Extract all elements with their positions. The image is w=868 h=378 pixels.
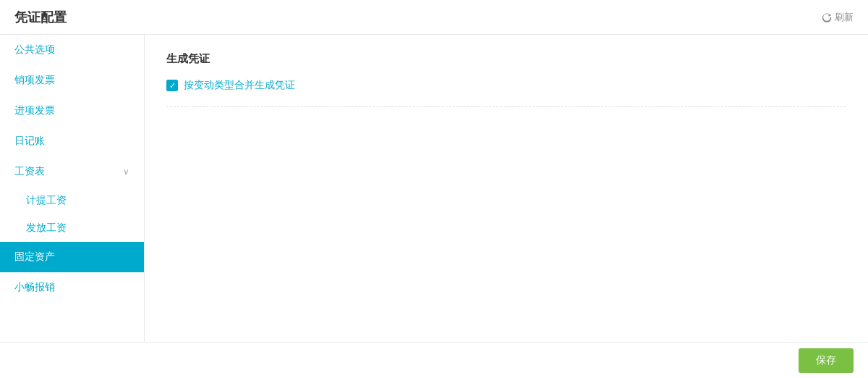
sidebar-item-label: 进项发票 xyxy=(14,104,55,117)
sidebar-item-label: 计提工资 xyxy=(26,194,67,207)
sidebar-item-label: 工资表 xyxy=(14,165,45,178)
save-button[interactable]: 保存 xyxy=(799,348,854,373)
refresh-icon xyxy=(822,12,832,22)
sidebar-item-fixed-assets[interactable]: 固定资产 xyxy=(0,242,144,272)
sidebar-item-purchase-invoice[interactable]: 进项发票 xyxy=(0,96,144,126)
content-area: 生成凭证 ✓ 按变动类型合并生成凭证 xyxy=(145,35,868,342)
sidebar-item-journal[interactable]: 日记账 xyxy=(0,126,144,156)
checkbox-wrapper[interactable]: ✓ 按变动类型合并生成凭证 xyxy=(166,79,295,92)
sidebar-item-label: 销项发票 xyxy=(14,74,55,87)
section-content: ✓ 按变动类型合并生成凭证 xyxy=(166,79,846,92)
sidebar-item-public-options[interactable]: 公共选项 xyxy=(0,35,144,65)
sidebar-item-label: 小畅报销 xyxy=(14,281,55,294)
sidebar-item-label: 固定资产 xyxy=(14,251,55,264)
section-divider xyxy=(166,106,846,107)
sidebar: 公共选项 销项发票 进项发票 日记账 工资表 ∨ 计提工资 发放工资 xyxy=(0,35,145,342)
page-wrapper: 凭证配置 刷新 公共选项 销项发票 进项发票 日记账 工资表 xyxy=(0,0,868,378)
checkbox-merge-by-type[interactable]: ✓ xyxy=(166,80,178,91)
refresh-button[interactable]: 刷新 xyxy=(822,11,854,24)
sidebar-item-payroll-table[interactable]: 工资表 ∨ xyxy=(0,156,144,187)
sidebar-item-label: 公共选项 xyxy=(14,43,55,56)
sidebar-item-sales-invoice[interactable]: 销项发票 xyxy=(0,65,144,96)
sidebar-item-commission-payroll[interactable]: 计提工资 xyxy=(0,187,144,214)
sidebar-item-label: 日记账 xyxy=(14,135,45,148)
sidebar-item-petty-expense[interactable]: 小畅报销 xyxy=(0,272,144,303)
chevron-down-icon: ∨ xyxy=(123,167,129,177)
sidebar-item-distribute-payroll[interactable]: 发放工资 xyxy=(0,214,144,242)
section-title: 生成凭证 xyxy=(166,52,846,66)
page-header: 凭证配置 刷新 xyxy=(0,0,868,35)
main-area: 公共选项 销项发票 进项发票 日记账 工资表 ∨ 计提工资 发放工资 xyxy=(0,35,868,342)
refresh-label: 刷新 xyxy=(835,11,854,24)
page-title: 凭证配置 xyxy=(14,9,67,26)
checkmark-icon: ✓ xyxy=(169,82,176,90)
page-footer: 保存 xyxy=(0,342,868,378)
checkbox-label: 按变动类型合并生成凭证 xyxy=(184,79,295,92)
sidebar-item-label: 发放工资 xyxy=(26,222,67,235)
